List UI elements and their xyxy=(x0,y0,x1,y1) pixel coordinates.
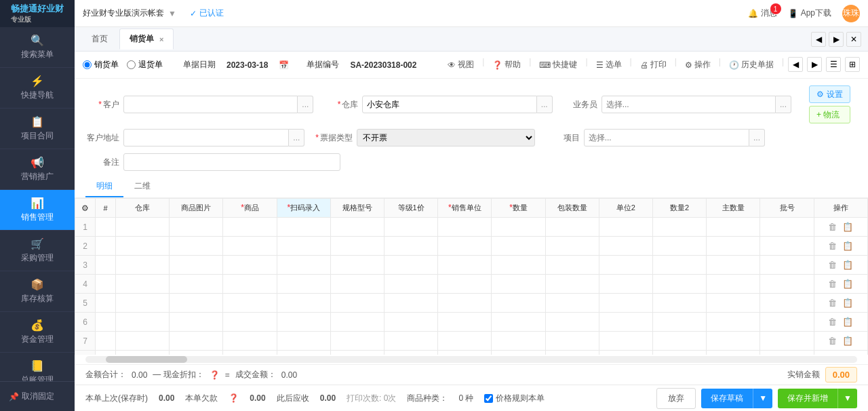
sidebar-item-nav[interactable]: ⚡ 快捷导航 xyxy=(0,68,75,109)
row-copy-btn[interactable]: 📋 xyxy=(841,221,854,233)
tab-home[interactable]: 首页 xyxy=(81,28,118,50)
row-copy-btn[interactable]: 📋 xyxy=(841,335,854,347)
row-copy-btn[interactable]: 📋 xyxy=(841,316,854,328)
help-debt-icon[interactable]: ❓ xyxy=(229,393,239,403)
operate-btn[interactable]: ⚙ 操作 xyxy=(681,57,715,73)
customer-select-btn[interactable]: ... xyxy=(298,96,313,113)
row-copy-btn[interactable]: 📋 xyxy=(841,240,854,252)
radio-return[interactable]: 退货单 xyxy=(127,59,163,71)
list-view-btn[interactable]: ☰ xyxy=(826,57,841,72)
tab-close-all-btn[interactable]: ✕ xyxy=(846,32,861,47)
row-copy-btn[interactable]: 📋 xyxy=(841,259,854,271)
sidebar-item-sales[interactable]: 📊 销售管理 xyxy=(0,190,75,231)
address-input[interactable] xyxy=(123,129,289,146)
radio-sales[interactable]: 销货单 xyxy=(83,59,119,71)
save-new-btn[interactable]: 保存并新增 xyxy=(778,389,837,408)
tab-2d[interactable]: 二维 xyxy=(123,176,161,197)
cell-image[interactable] xyxy=(170,218,223,237)
invoice-label: 票据类型 xyxy=(315,132,353,144)
cell-unit[interactable] xyxy=(438,218,492,237)
warehouse-input[interactable] xyxy=(362,96,536,113)
cancel-pin-btn[interactable]: 📌 取消固定 xyxy=(5,387,69,406)
tab-sales-order[interactable]: 销货单 × xyxy=(119,28,174,50)
company-selector[interactable]: 好业财专业版演示帐套 ▼ xyxy=(83,7,176,19)
sidebar-item-marketing[interactable]: 📢 营销推广 xyxy=(0,149,75,190)
warehouse-select-btn[interactable]: ... xyxy=(537,96,553,113)
messages-btn[interactable]: 🔔 消息 1 xyxy=(748,7,777,19)
tab-prev-btn[interactable]: ◀ xyxy=(811,32,826,47)
help-btn[interactable]: ❓ 帮助 xyxy=(488,57,525,73)
cell-pkg-qty[interactable] xyxy=(545,218,599,237)
row-copy-btn[interactable]: 📋 xyxy=(841,278,854,290)
history-btn[interactable]: 🕐 历史单据 xyxy=(725,57,778,73)
sidebar-item-inventory[interactable]: 📦 库存核算 xyxy=(0,271,75,312)
price-check-item[interactable]: 价格规则本单 xyxy=(484,393,545,404)
settings-btn[interactable]: ⚙ 设置 xyxy=(809,85,850,103)
row-delete-btn[interactable]: 🗑 xyxy=(827,221,838,233)
pin-icon: 📌 xyxy=(9,392,19,402)
save-draft-btn[interactable]: 保存草稿 xyxy=(701,389,753,408)
invoice-select[interactable]: 不开票 xyxy=(357,129,535,146)
select-btn[interactable]: ☰ 选单 xyxy=(592,57,626,73)
prev-record-btn[interactable]: ◀ xyxy=(788,57,803,72)
row-delete-btn[interactable]: 🗑 xyxy=(827,335,838,347)
scrollbar-thumb[interactable] xyxy=(106,356,187,363)
tab-next-btn[interactable]: ▶ xyxy=(829,32,844,47)
cell-scan[interactable] xyxy=(277,218,330,237)
col-settings[interactable]: ⚙ xyxy=(75,199,96,218)
shortcuts-btn[interactable]: ⌨ 快捷键 xyxy=(535,57,581,73)
cell-qty2[interactable] xyxy=(653,218,707,237)
sidebar-item-label: 项目合同 xyxy=(21,130,54,142)
detail-view-btn[interactable]: ⊞ xyxy=(845,57,860,72)
salesman-select-btn[interactable]: ... xyxy=(776,96,791,113)
cell-batch[interactable] xyxy=(760,218,814,237)
logistics-btn[interactable]: + 物流 xyxy=(809,106,850,123)
project-select-btn[interactable]: ... xyxy=(749,129,765,146)
cell-main-qty[interactable] xyxy=(707,218,760,237)
cell-qty[interactable] xyxy=(492,218,545,237)
project-input[interactable] xyxy=(584,129,749,146)
cell-unit2[interactable] xyxy=(599,218,652,237)
salesman-input[interactable] xyxy=(601,96,776,113)
row-delete-btn[interactable]: 🗑 xyxy=(827,278,838,290)
view-btn[interactable]: 👁 视图 xyxy=(443,57,478,73)
cell-warehouse[interactable] xyxy=(116,218,170,237)
save-draft-dropdown-btn[interactable]: ▼ xyxy=(753,389,772,408)
sidebar-item-project[interactable]: 📋 项目合同 xyxy=(0,109,75,149)
row-delete-btn[interactable]: 🗑 xyxy=(827,259,838,271)
row-delete-btn[interactable]: 🗑 xyxy=(827,354,838,355)
abandon-btn[interactable]: 放弃 xyxy=(656,388,696,409)
sidebar-item-purchase[interactable]: 🛒 采购管理 xyxy=(0,231,75,271)
radio-sales-input[interactable] xyxy=(83,60,92,69)
app-download-btn[interactable]: 📱 App下载 xyxy=(788,7,831,19)
calendar-icon[interactable]: 📅 xyxy=(279,60,289,70)
side-buttons: ⚙ 设置 + 物流 xyxy=(802,85,857,123)
sidebar-item-funds[interactable]: 💰 资金管理 xyxy=(0,312,75,353)
address-select-btn[interactable]: ... xyxy=(289,129,304,146)
sidebar-item-label: 快捷导航 xyxy=(21,90,54,101)
sales-icon: 📊 xyxy=(31,197,44,210)
tab-detail[interactable]: 明细 xyxy=(85,176,123,197)
horizontal-scrollbar[interactable] xyxy=(85,356,857,363)
save-new-dropdown-btn[interactable]: ▼ xyxy=(837,389,857,408)
user-avatar-btn[interactable]: 珠珠 xyxy=(842,5,860,22)
print-btn[interactable]: 🖨 打印 xyxy=(636,57,671,73)
radio-return-input[interactable] xyxy=(127,60,136,69)
sidebar-item-accounting[interactable]: 📒 总账管理 xyxy=(0,353,75,381)
row-copy-btn[interactable]: 📋 xyxy=(841,354,854,355)
tab-close-btn[interactable]: × xyxy=(159,35,163,43)
row-delete-btn[interactable]: 🗑 xyxy=(827,297,838,309)
price-check-box[interactable] xyxy=(484,394,493,403)
row-copy-btn[interactable]: 📋 xyxy=(841,297,854,309)
cell-goods[interactable] xyxy=(223,218,277,237)
row-delete-btn[interactable]: 🗑 xyxy=(827,240,838,252)
next-record-btn[interactable]: ▶ xyxy=(807,57,822,72)
memo-input[interactable] xyxy=(123,153,340,171)
customer-input[interactable] xyxy=(123,96,298,113)
cell-spec[interactable] xyxy=(330,218,384,237)
cell-price[interactable] xyxy=(384,218,438,237)
help-icon-2[interactable]: ❓ xyxy=(210,370,220,380)
row-delete-btn[interactable]: 🗑 xyxy=(827,316,838,328)
table-row: 7 🗑📋 xyxy=(75,332,868,351)
sidebar-item-search[interactable]: 🔍 搜索菜单 xyxy=(0,27,75,68)
